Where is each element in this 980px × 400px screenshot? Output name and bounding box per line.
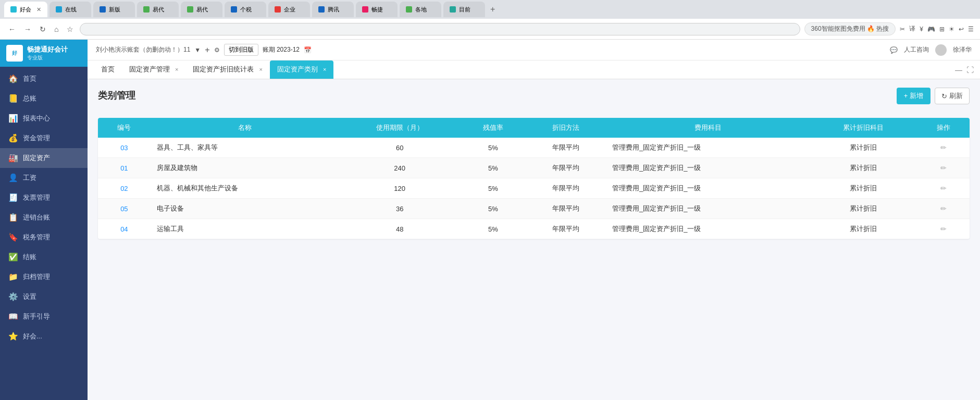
edit-icon[interactable]: ✏ (940, 143, 947, 152)
add-button[interactable]: + 新增 (897, 88, 931, 104)
tab-depreciation-table[interactable]: 固定资产折旧统计表 × (185, 60, 269, 79)
settings-icon: ⚙️ (8, 292, 18, 301)
sidebar-nav: 🏠 首页 📒 总账 📊 报表中心 💰 资金管理 🏭 固定资产 👤 工资 (0, 67, 88, 400)
cut-icon[interactable]: ✂ (900, 26, 905, 33)
cell-id[interactable]: 04 (98, 219, 151, 239)
forward-button[interactable]: → (22, 23, 33, 35)
cell-action[interactable]: ✏ (917, 199, 970, 219)
url-actions: 360智能抠图免费用 🔥 热搜 ✂ 译 ¥ 🎮 ⊞ ☀ ↩ ☰ (804, 22, 974, 35)
sidebar-item-label: 税务管理 (23, 233, 50, 242)
browser-tab-8[interactable]: 畅捷 (356, 2, 398, 17)
new-tab-button[interactable]: + (487, 4, 498, 15)
support-icon: 💬 (890, 46, 898, 54)
back-button[interactable]: ← (6, 23, 18, 35)
cell-action[interactable]: ✏ (917, 158, 970, 178)
browser-tab-1[interactable]: 在线 (49, 2, 91, 17)
reload-button[interactable]: ↻ (38, 23, 48, 35)
sidebar-item-label: 归档管理 (23, 272, 50, 282)
cell-accum: 累计折旧 (810, 199, 917, 219)
tab-close-icon[interactable]: × (323, 66, 326, 72)
cell-action[interactable]: ✏ (917, 219, 970, 239)
sidebar-item-label: 首页 (23, 74, 36, 83)
switch-version-button[interactable]: 切到旧版 (224, 44, 258, 56)
search-bar[interactable]: 360智能抠图免费用 🔥 热搜 (804, 22, 896, 35)
browser-tab-2[interactable]: 新版 (93, 2, 135, 17)
cell-action[interactable]: ✏ (917, 178, 970, 199)
cell-accum: 累计折旧 (810, 178, 917, 199)
toolbar: + 新增 ↻ 刷新 (897, 88, 970, 104)
menu-icon[interactable]: ☰ (968, 26, 974, 33)
undo-icon[interactable]: ↩ (959, 26, 964, 33)
tab-asset-category[interactable]: 固定资产类别 × (270, 60, 333, 79)
sun-icon[interactable]: ☀ (949, 26, 954, 33)
refresh-icon: ↻ (941, 92, 947, 100)
browser-tab-6[interactable]: 企业 (268, 2, 310, 17)
browser-tab-active[interactable]: 好会 ✕ (4, 2, 47, 17)
logo-icon: 好 (6, 45, 23, 62)
sidebar-item-more[interactable]: ⭐ 好会... (0, 326, 88, 346)
cell-name: 运输工具 (151, 219, 340, 239)
edit-icon[interactable]: ✏ (940, 204, 947, 213)
sidebar-item-archive[interactable]: 📁 归档管理 (0, 267, 88, 287)
cell-period: 48 (339, 219, 460, 239)
settings-icon[interactable]: ⚙ (214, 46, 220, 54)
cell-id[interactable]: 02 (98, 178, 151, 199)
browser-tab-3[interactable]: 易代 (137, 2, 179, 17)
minimize-icon[interactable]: — (955, 66, 962, 74)
sidebar-item-ledger[interactable]: 📒 总账 (0, 89, 88, 108)
tab-close-icon[interactable]: ✕ (36, 6, 41, 13)
bookmark-button[interactable]: ☆ (65, 23, 76, 35)
sidebar-item-label: 总账 (23, 94, 36, 103)
sidebar-item-payroll[interactable]: 👤 工资 (0, 168, 88, 188)
browser-tab-10[interactable]: 目前 (443, 2, 485, 17)
cell-id[interactable]: 05 (98, 199, 151, 219)
cell-id[interactable]: 03 (98, 138, 151, 158)
sidebar-item-funds[interactable]: 💰 资金管理 (0, 128, 88, 148)
browser-tab-4[interactable]: 易代 (181, 2, 222, 17)
browser-tab-7[interactable]: 腾讯 (312, 2, 354, 17)
game-icon[interactable]: 🎮 (927, 26, 935, 33)
tab-home[interactable]: 首页 (94, 60, 122, 79)
edit-icon[interactable]: ✏ (940, 164, 947, 172)
cell-id[interactable]: 01 (98, 158, 151, 178)
cell-name: 机器、机械和其他生产设备 (151, 178, 340, 199)
sidebar-item-reports[interactable]: 📊 报表中心 (0, 108, 88, 128)
grid-icon[interactable]: ⊞ (939, 26, 945, 33)
calendar-icon[interactable]: 📅 (304, 46, 312, 54)
currency-icon[interactable]: ¥ (920, 26, 923, 33)
browser-tab-bar: 好会 ✕ 在线 新版 易代 易代 个税 企业 腾讯 畅捷 各地 目前 + (0, 0, 980, 19)
user-name[interactable]: 徐泽华 (953, 45, 972, 54)
browser-tab-9[interactable]: 各地 (400, 2, 441, 17)
edit-icon[interactable]: ✏ (940, 225, 947, 233)
sidebar-item-invoice[interactable]: 🧾 发票管理 (0, 188, 88, 208)
sidebar-item-close[interactable]: ✅ 结账 (0, 247, 88, 267)
tab-close-icon[interactable]: × (175, 66, 178, 72)
edit-icon[interactable]: ✏ (940, 184, 947, 192)
sidebar-item-home[interactable]: 🏠 首页 (0, 69, 88, 89)
table-row: 02 机器、机械和其他生产设备 120 5% 年限平均 管理费用_固定资产折旧_… (98, 178, 970, 199)
tab-close-icon[interactable]: × (259, 66, 262, 72)
home-button[interactable]: ⌂ (52, 23, 60, 35)
translate-icon[interactable]: 译 (909, 25, 915, 33)
sidebar-item-guide[interactable]: 📖 新手引导 (0, 307, 88, 326)
support-label[interactable]: 人工咨询 (904, 45, 929, 54)
tab-fixed-assets-mgmt[interactable]: 固定资产管理 × (122, 60, 185, 79)
sidebar-item-tax[interactable]: 🔖 税务管理 (0, 227, 88, 247)
maximize-icon[interactable]: ⛶ (966, 66, 974, 74)
cell-method: 年限平均 (526, 138, 606, 158)
url-input[interactable]: https://cloud.chanjet.com/accounting/uw1… (80, 23, 800, 35)
tab-label: 固定资产折旧统计表 (193, 65, 254, 74)
cell-method: 年限平均 (526, 199, 606, 219)
refresh-button[interactable]: ↻ 刷新 (935, 88, 970, 104)
browser-tab-5[interactable]: 个税 (225, 2, 266, 17)
sidebar-item-settings[interactable]: ⚙️ 设置 (0, 287, 88, 307)
cell-accum: 累计折旧 (810, 138, 917, 158)
dropdown-icon[interactable]: ▼ (194, 46, 201, 54)
plus-icon[interactable]: + (205, 45, 209, 55)
main-area: 刘小艳演示账套（勿删勿动！）11 ▼ + ⚙ 切到旧版 账期 2023-12 📅… (88, 40, 980, 400)
sidebar-item-fixed-assets[interactable]: 🏭 固定资产 (0, 148, 88, 168)
tab-label: 首页 (101, 65, 115, 74)
cell-expense: 管理费用_固定资产折旧_一级 (606, 158, 810, 178)
cell-action[interactable]: ✏ (917, 138, 970, 158)
sidebar-item-purchase[interactable]: 📋 进销台账 (0, 208, 88, 227)
